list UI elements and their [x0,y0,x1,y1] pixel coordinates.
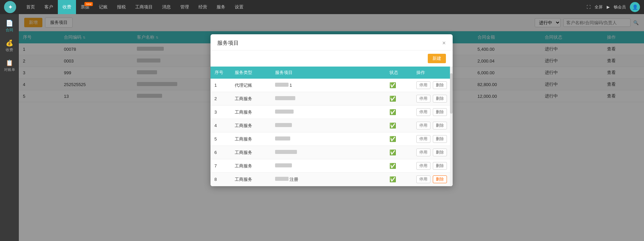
stop-button[interactable]: 停用 [416,95,430,103]
delete-button[interactable]: 删除 [433,175,447,183]
delete-button[interactable]: 删除 [433,122,447,129]
status-check-icon: ✅ [389,82,396,88]
top-nav-right: ⛶ 全屏 ▶ 畅会员 👤 [586,2,640,12]
col-status: 状态 [385,67,412,79]
nav-bookkeeping[interactable]: 记账 [94,0,112,14]
nav-message[interactable]: 消息 [157,0,176,14]
main-layout: 📄 合同 💰 收费 📋 对账单 新增 服务项目 进行中 已结束 全部 [0,14,644,241]
status-check-icon: ✅ [389,163,396,169]
scrollbar-track [450,67,453,186]
avatar[interactable]: 👤 [630,2,640,12]
stop-button[interactable]: 停用 [416,149,430,156]
col-seq: 序号 [211,67,231,79]
service-row: 8 工商服务 注册 ✅ 停用 删除 [211,173,453,186]
nav-customer[interactable]: 客户 [40,0,58,14]
nav-tax[interactable]: 报税 [112,0,130,14]
delete-button[interactable]: 删除 [433,135,447,143]
sidebar-item-fee-label: 收费 [6,47,13,52]
service-row: 4 工商服务 ✅ 停用 删除 [211,119,453,132]
modal-overlay: 服务项目 × 新建 序号 服务类型 服务项目 状态 [19,14,644,241]
new-badge: new [84,2,93,6]
stop-button[interactable]: 停用 [416,135,430,143]
nav-fee[interactable]: 收费 [58,0,76,14]
sidebar-item-fee[interactable]: 💰 收费 [1,37,18,55]
stop-button[interactable]: 停用 [416,162,430,170]
sidebar-item-contract-label: 合同 [6,28,13,33]
nav-manage[interactable]: 管理 [176,0,194,14]
col-type: 服务类型 [231,67,271,79]
status-check-icon: ✅ [389,96,396,102]
service-row: 1 代理记账 1 ✅ 停用 删除 [211,79,453,92]
modal-body: 序号 服务类型 服务项目 状态 操作 1 代理记账 1 [211,67,453,186]
delete-button[interactable]: 删除 [433,162,447,170]
service-table: 序号 服务类型 服务项目 状态 操作 1 代理记账 1 [211,67,453,186]
sidebar-item-statement[interactable]: 📋 对账单 [1,56,18,75]
sidebar: 📄 合同 💰 收费 📋 对账单 [0,14,19,241]
stop-button[interactable]: 停用 [416,108,430,116]
fullscreen-label: 全屏 [595,4,603,10]
delete-button[interactable]: 删除 [433,81,447,89]
member-label: 畅会员 [614,4,626,10]
modal-header: 服务项目 × [211,34,453,50]
service-table-header: 序号 服务类型 服务项目 状态 操作 [211,67,453,79]
col-item: 服务项目 [271,67,385,79]
status-check-icon: ✅ [389,109,396,115]
service-row: 5 工商服务 ✅ 停用 删除 [211,132,453,146]
nav-operation[interactable]: 经营 [194,0,212,14]
service-modal: 服务项目 × 新建 序号 服务类型 服务项目 状态 [211,34,453,186]
modal-title: 服务项目 [217,40,239,47]
service-row: 3 工商服务 ✅ 停用 删除 [211,106,453,119]
modal-close-button[interactable]: × [442,40,446,47]
service-row: 7 工商服务 ✅ 停用 删除 [211,159,453,173]
modal-toolbar: 新建 [211,50,453,67]
nav-business[interactable]: 工商项目 [130,0,157,14]
stop-button[interactable]: 停用 [416,81,430,89]
status-check-icon: ✅ [389,150,396,155]
app-logo: ✦ [4,1,16,13]
stop-button[interactable]: 停用 [416,175,430,183]
top-navigation: ✦ 首页 客户 收费 票据 new 记账 报税 工商项目 消息 管理 经营 服务… [0,0,644,14]
col-action: 操作 [412,67,453,79]
statement-icon: 📋 [6,59,13,67]
contract-icon: 📄 [6,19,13,27]
nav-settings[interactable]: 设置 [230,0,248,14]
status-check-icon: ✅ [389,123,396,128]
delete-button[interactable]: 删除 [433,95,447,103]
status-check-icon: ✅ [389,136,396,142]
modal-new-button[interactable]: 新建 [428,54,446,63]
delete-button[interactable]: 删除 [433,149,447,156]
status-check-icon: ✅ [389,176,396,182]
service-table-body: 1 代理记账 1 ✅ 停用 删除 2 [211,79,453,186]
stop-button[interactable]: 停用 [416,122,430,129]
content-area: 新增 服务项目 进行中 已结束 全部 🔍 序号 [19,14,644,241]
scrollbar-thumb[interactable] [450,73,453,114]
sidebar-item-contract[interactable]: 📄 合同 [1,17,18,35]
delete-button[interactable]: 删除 [433,108,447,116]
sidebar-item-statement-label: 对账单 [4,67,15,72]
fee-icon: 💰 [6,39,13,47]
member-icon[interactable]: ▶ [607,5,610,9]
nav-service[interactable]: 服务 [212,0,230,14]
service-row: 2 工商服务 ✅ 停用 删除 [211,92,453,106]
nav-invoice[interactable]: 票据 new [76,0,94,14]
fullscreen-icon[interactable]: ⛶ [586,5,591,9]
service-row: 6 工商服务 ✅ 停用 删除 [211,146,453,159]
nav-home[interactable]: 首页 [22,0,40,14]
